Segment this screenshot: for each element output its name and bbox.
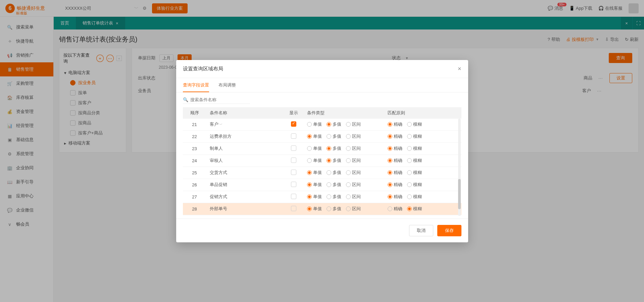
radio-label: 模糊 xyxy=(413,194,422,200)
table-row[interactable]: 27促销方式单值多值区间精确模糊 xyxy=(183,191,461,203)
radio-match-0[interactable]: 精确 xyxy=(388,133,402,139)
cell-type: 单值多值区间 xyxy=(304,143,384,154)
radio-dot xyxy=(407,122,412,127)
table-row[interactable]: 23制单人单值多值区间精确模糊 xyxy=(183,143,461,155)
radio-type-2[interactable]: 区间 xyxy=(346,158,361,164)
cell-show xyxy=(284,143,304,155)
show-checkbox[interactable] xyxy=(291,182,296,187)
radio-type-1[interactable]: 多值 xyxy=(327,170,341,176)
radio-label: 区间 xyxy=(352,121,361,127)
radio-type-0[interactable]: 单值 xyxy=(307,170,322,176)
table-row[interactable]: 26单品促销单值多值区间精确模糊 xyxy=(183,179,461,191)
radio-match-1[interactable]: 模糊 xyxy=(407,194,422,200)
cell-seq: 21 xyxy=(183,119,206,130)
show-checkbox[interactable] xyxy=(291,158,296,163)
radio-type-1[interactable]: 多值 xyxy=(327,194,341,200)
radio-dot xyxy=(407,206,412,211)
radio-match-1[interactable]: 模糊 xyxy=(407,182,422,188)
radio-type-0[interactable]: 单值 xyxy=(307,145,322,152)
radio-label: 模糊 xyxy=(413,158,422,164)
cell-name: 审核人 xyxy=(206,155,284,166)
search-input[interactable] xyxy=(190,97,250,102)
cell-name: 运费承担方 xyxy=(206,131,284,142)
radio-type-2[interactable]: 区间 xyxy=(346,170,361,176)
save-button[interactable]: 保存 xyxy=(437,225,461,236)
radio-type-2[interactable]: 区间 xyxy=(346,182,361,188)
show-checkbox[interactable] xyxy=(291,145,296,151)
col-type-header: 条件类型 xyxy=(304,107,384,119)
radio-label: 单值 xyxy=(313,121,322,127)
radio-label: 精确 xyxy=(394,145,402,152)
radio-label: 单值 xyxy=(313,145,322,152)
chevron-down-icon[interactable]: ﹀ xyxy=(219,123,222,126)
radio-label: 精确 xyxy=(394,170,402,176)
table-row[interactable]: 21客户﹀单值多值区间精确模糊 xyxy=(183,119,461,131)
cell-name: 客户﹀ xyxy=(206,119,284,130)
show-checkbox[interactable] xyxy=(291,133,296,139)
radio-type-0[interactable]: 单值 xyxy=(307,158,322,164)
col-match-header: 匹配原则 xyxy=(384,107,461,119)
radio-type-2[interactable]: 区间 xyxy=(346,133,361,139)
radio-type-0[interactable]: 单值 xyxy=(307,206,322,212)
radio-label: 区间 xyxy=(352,170,361,176)
tab-layout-adjust[interactable]: 布局调整 xyxy=(218,82,236,92)
radio-match-0[interactable]: 精确 xyxy=(388,121,402,127)
radio-label: 多值 xyxy=(333,170,341,176)
radio-match-1[interactable]: 模糊 xyxy=(407,206,422,212)
radio-dot xyxy=(307,146,312,151)
radio-type-1[interactable]: 多值 xyxy=(327,145,341,152)
radio-type-2[interactable]: 区间 xyxy=(346,121,361,127)
radio-match-1[interactable]: 模糊 xyxy=(407,145,422,152)
radio-type-2[interactable]: 区间 xyxy=(346,206,361,212)
modal-search: 🔍 xyxy=(176,93,468,107)
radio-type-0[interactable]: 单值 xyxy=(307,121,322,127)
radio-match-0[interactable]: 精确 xyxy=(388,170,402,176)
cell-show xyxy=(284,119,304,130)
table-row[interactable]: 22运费承担方单值多值区间精确模糊 xyxy=(183,131,461,143)
radio-dot xyxy=(407,134,412,139)
radio-match-0[interactable]: 精确 xyxy=(388,158,402,164)
table-row[interactable]: 24审核人单值多值区间精确模糊 xyxy=(183,155,461,167)
radio-match-0[interactable]: 精确 xyxy=(388,206,402,212)
radio-type-1[interactable]: 多值 xyxy=(327,158,341,164)
cell-seq: 25 xyxy=(183,168,206,178)
scrollbar-thumb[interactable] xyxy=(458,179,461,209)
show-checkbox[interactable] xyxy=(291,121,296,127)
scrollbar-track[interactable] xyxy=(458,119,461,216)
radio-type-2[interactable]: 区间 xyxy=(346,194,361,200)
radio-type-1[interactable]: 多值 xyxy=(327,206,341,212)
table-row[interactable]: 25交货方式单值多值区间精确模糊 xyxy=(183,167,461,179)
radio-match-1[interactable]: 模糊 xyxy=(407,121,422,127)
radio-match-1[interactable]: 模糊 xyxy=(407,170,422,176)
table-row[interactable]: 29来源应用单值多值区间精确模糊 xyxy=(183,215,461,216)
cancel-button[interactable]: 取消 xyxy=(409,225,433,236)
radio-match-0[interactable]: 精确 xyxy=(388,145,402,152)
radio-dot xyxy=(346,182,351,187)
tab-field-settings[interactable]: 查询字段设置 xyxy=(183,82,209,92)
radio-label: 区间 xyxy=(352,158,361,164)
radio-type-1[interactable]: 多值 xyxy=(327,182,341,188)
radio-dot xyxy=(346,146,351,151)
show-checkbox[interactable] xyxy=(291,206,296,211)
radio-match-0[interactable]: 精确 xyxy=(388,194,402,200)
cell-type: 单值多值区间 xyxy=(304,119,384,130)
radio-match-1[interactable]: 模糊 xyxy=(407,158,422,164)
table-row[interactable]: 28外部单号单值多值区间精确模糊 xyxy=(183,203,461,215)
radio-type-0[interactable]: 单值 xyxy=(307,133,322,139)
radio-match-1[interactable]: 模糊 xyxy=(407,133,422,139)
radio-type-2[interactable]: 区间 xyxy=(346,145,361,152)
show-checkbox[interactable] xyxy=(291,170,296,175)
cell-match: 精确模糊 xyxy=(384,167,461,178)
close-icon[interactable]: × xyxy=(458,65,461,72)
radio-label: 模糊 xyxy=(413,170,422,176)
show-checkbox[interactable] xyxy=(291,194,296,199)
radio-type-0[interactable]: 单值 xyxy=(307,182,322,188)
radio-type-1[interactable]: 多值 xyxy=(327,133,341,139)
radio-label: 单值 xyxy=(313,182,322,188)
search-box[interactable]: 🔍 xyxy=(183,96,250,104)
radio-match-0[interactable]: 精确 xyxy=(388,182,402,188)
radio-type-1[interactable]: 多值 xyxy=(327,121,341,127)
radio-dot xyxy=(388,146,392,151)
radio-type-0[interactable]: 单值 xyxy=(307,194,322,200)
cell-show xyxy=(284,167,304,179)
